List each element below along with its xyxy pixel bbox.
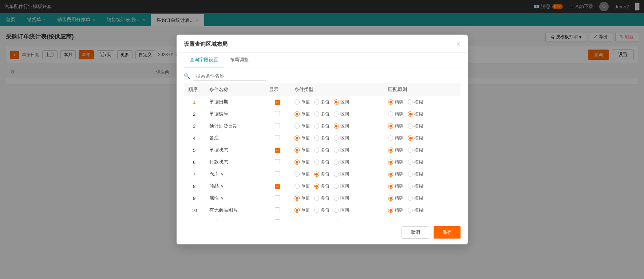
condition-type-cell: 单值多值区间 xyxy=(290,108,384,120)
condition-rule-cell: 精确模糊 xyxy=(384,132,461,144)
rule-radio-精确[interactable]: 精确 xyxy=(388,195,403,201)
rule-radio-模糊[interactable]: 模糊 xyxy=(408,135,423,141)
condition-rule-cell: 精确模糊 xyxy=(384,144,461,156)
type-radio-单值[interactable]: 单值 xyxy=(295,147,310,153)
condition-type-cell: 单值多值区间 xyxy=(290,132,384,144)
rule-radio-模糊[interactable]: 模糊 xyxy=(408,207,423,213)
type-radio-区间[interactable]: 区间 xyxy=(334,135,349,141)
condition-show-checkbox[interactable] xyxy=(275,171,280,176)
condition-type-cell: 单值多值区间 xyxy=(290,204,384,216)
condition-type-cell: 单值多值区间 xyxy=(290,180,384,192)
type-radio-单值[interactable]: 单值 xyxy=(295,135,310,141)
type-radio-区间[interactable]: 区间 xyxy=(334,195,349,201)
type-radio-区间[interactable]: 区间 xyxy=(334,123,349,129)
type-radio-多值[interactable]: 多值 xyxy=(314,159,329,165)
condition-show-cell xyxy=(265,120,290,132)
condition-show-cell xyxy=(265,156,290,168)
save-button[interactable]: 保存 xyxy=(434,226,461,239)
conditions-table-body: 1单据日期单值多值区间精确模糊2单据编号单值多值区间精确模糊3预计到货日期单值多… xyxy=(184,96,461,220)
rule-radio-模糊[interactable]: 模糊 xyxy=(408,147,423,153)
type-radio-多值[interactable]: 多值 xyxy=(314,99,329,105)
type-radio-多值[interactable]: 多值 xyxy=(314,207,329,213)
type-radio-单值[interactable]: 单值 xyxy=(295,195,310,201)
rule-radio-模糊[interactable]: 模糊 xyxy=(408,183,423,189)
type-radio-单值[interactable]: 单值 xyxy=(295,171,310,177)
rule-radio-精确[interactable]: 精确 xyxy=(388,171,403,177)
rule-radio-精确[interactable]: 精确 xyxy=(388,111,403,117)
condition-rule-cell: 精确模糊 xyxy=(384,168,461,180)
condition-type-cell: 单值多值区间 xyxy=(290,120,384,132)
type-radio-多值[interactable]: 多值 xyxy=(314,195,329,201)
condition-show-checkbox[interactable] xyxy=(275,159,280,164)
condition-name: 商品 ∨ xyxy=(205,180,265,192)
type-radio-区间[interactable]: 区间 xyxy=(334,183,349,189)
type-radio-区间[interactable]: 区间 xyxy=(334,171,349,177)
col-header-rule: 匹配原则 xyxy=(384,83,461,96)
conditions-table-header-wrapper: 顺序 条件名称 显示 条件类型 匹配原则 xyxy=(177,83,468,96)
type-radio-单值[interactable]: 单值 xyxy=(295,159,310,165)
rule-radio-模糊[interactable]: 模糊 xyxy=(408,99,423,105)
condition-show-checkbox[interactable] xyxy=(275,148,280,153)
condition-show-cell xyxy=(265,132,290,144)
condition-row: 9属性 ∨单值多值区间精确模糊 xyxy=(184,192,461,204)
rule-radio-精确[interactable]: 精确 xyxy=(388,147,403,153)
rule-radio-精确[interactable]: 精确 xyxy=(388,183,403,189)
condition-order: 6 xyxy=(184,156,205,168)
tab-layout-adjust[interactable]: 布局调整 xyxy=(224,53,254,67)
condition-row: 4备注单值多值区间精确模糊 xyxy=(184,132,461,144)
type-radio-区间[interactable]: 区间 xyxy=(334,159,349,165)
rule-radio-模糊[interactable]: 模糊 xyxy=(408,171,423,177)
condition-order: 4 xyxy=(184,132,205,144)
rule-radio-精确[interactable]: 精确 xyxy=(388,123,403,129)
condition-show-checkbox[interactable] xyxy=(275,100,280,105)
type-radio-多值[interactable]: 多值 xyxy=(314,111,329,117)
rule-radio-模糊[interactable]: 模糊 xyxy=(408,195,423,201)
type-radio-区间[interactable]: 区间 xyxy=(334,207,349,213)
condition-show-checkbox[interactable] xyxy=(275,184,280,189)
tab-field-settings[interactable]: 查询字段设置 xyxy=(184,53,224,67)
condition-name: 有无商品图片 xyxy=(205,204,265,216)
type-radio-单值[interactable]: 单值 xyxy=(295,111,310,117)
type-radio-单值[interactable]: 单值 xyxy=(295,207,310,213)
condition-order: 8 xyxy=(184,180,205,192)
type-radio-区间[interactable]: 区间 xyxy=(334,147,349,153)
condition-show-checkbox[interactable] xyxy=(275,135,280,140)
type-radio-多值[interactable]: 多值 xyxy=(314,123,329,129)
condition-row: 10有无商品图片单值多值区间精确模糊 xyxy=(184,204,461,216)
type-radio-单值[interactable]: 单值 xyxy=(295,123,310,129)
condition-name: 属性 ∨ xyxy=(205,192,265,204)
col-header-show: 显示 xyxy=(265,83,290,96)
rule-radio-精确[interactable]: 精确 xyxy=(388,135,403,141)
rule-radio-精确[interactable]: 精确 xyxy=(388,207,403,213)
modal-footer: 取消 保存 xyxy=(177,220,468,244)
condition-order: 7 xyxy=(184,168,205,180)
rule-radio-模糊[interactable]: 模糊 xyxy=(408,159,423,165)
type-radio-多值[interactable]: 多值 xyxy=(314,135,329,141)
condition-show-checkbox[interactable] xyxy=(275,195,280,200)
rule-radio-精确[interactable]: 精确 xyxy=(388,99,403,105)
type-radio-多值[interactable]: 多值 xyxy=(314,171,329,177)
type-radio-区间[interactable]: 区间 xyxy=(334,111,349,117)
type-radio-区间[interactable]: 区间 xyxy=(334,99,349,105)
condition-order: 1 xyxy=(184,96,205,108)
condition-show-checkbox[interactable] xyxy=(275,111,280,116)
condition-type-cell: 单值多值区间 xyxy=(290,156,384,168)
rule-radio-模糊[interactable]: 模糊 xyxy=(408,111,423,117)
condition-order: 2 xyxy=(184,108,205,120)
type-radio-单值[interactable]: 单值 xyxy=(295,183,310,189)
type-radio-单值[interactable]: 单值 xyxy=(295,99,310,105)
condition-order: 5 xyxy=(184,144,205,156)
condition-rule-cell: 精确模糊 xyxy=(384,216,461,220)
type-radio-多值[interactable]: 多值 xyxy=(314,183,329,189)
rule-radio-精确[interactable]: 精确 xyxy=(388,159,403,165)
conditions-table-scroll[interactable]: 1单据日期单值多值区间精确模糊2单据编号单值多值区间精确模糊3预计到货日期单值多… xyxy=(184,96,461,220)
type-radio-多值[interactable]: 多值 xyxy=(314,147,329,153)
cancel-button[interactable]: 取消 xyxy=(402,226,429,239)
condition-show-checkbox[interactable] xyxy=(275,123,280,128)
condition-search-input[interactable] xyxy=(193,72,266,80)
modal-title: 设置查询区域布局 xyxy=(184,41,228,48)
modal-dialog: 设置查询区域布局 × 查询字段设置 布局调整 🔍 顺序 条件名称 xyxy=(177,35,468,244)
rule-radio-模糊[interactable]: 模糊 xyxy=(408,123,423,129)
modal-close-button[interactable]: × xyxy=(457,40,461,48)
condition-show-checkbox[interactable] xyxy=(275,207,280,212)
